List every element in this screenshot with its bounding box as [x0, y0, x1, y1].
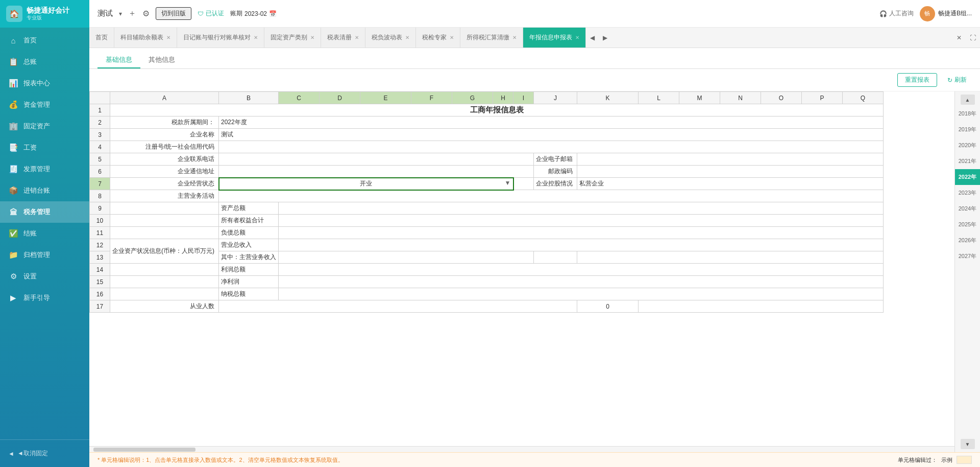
cell-2-value[interactable]: 2022年度 — [219, 116, 884, 129]
year-scroll-down[interactable]: ▼ — [961, 439, 975, 449]
cell-14-profit[interactable] — [279, 264, 884, 276]
spreadsheet[interactable]: A B C D E F G H I J — [89, 91, 954, 446]
year-2018[interactable]: 2018年 — [955, 106, 980, 122]
refresh-button[interactable]: ↻ 刷新 — [942, 74, 972, 86]
cell-17-count[interactable]: 0 — [577, 300, 639, 313]
tab-aux[interactable]: 科目辅助余额表 ✕ — [114, 28, 177, 48]
tab-taxform[interactable]: 税表清册 ✕ — [321, 28, 365, 48]
cell-11-debt[interactable] — [279, 227, 884, 239]
tab-incometax[interactable]: 所得税汇算清缴 ✕ — [460, 28, 523, 48]
sidebar-item-ledger[interactable]: 📋 总账 — [0, 51, 89, 73]
cell-13-main-revenue[interactable] — [279, 251, 534, 264]
col-header-A[interactable]: A — [110, 92, 219, 104]
col-header-I[interactable]: I — [513, 92, 534, 104]
sidebar-item-invoice[interactable]: 🧾 发票管理 — [0, 158, 89, 180]
year-2026[interactable]: 2026年 — [955, 232, 980, 248]
col-header-H[interactable]: H — [493, 92, 513, 104]
year-2021[interactable]: 2021年 — [955, 153, 980, 169]
switch-version-button[interactable]: 切到旧版 — [156, 7, 191, 20]
tab-taxcheck[interactable]: 税检专家 ✕ — [416, 28, 460, 48]
tab-close-fixedasset[interactable]: ✕ — [310, 35, 314, 40]
tab-journal[interactable]: 日记账与银行对账单核对 ✕ — [177, 28, 264, 48]
cell-12-revenue[interactable] — [279, 239, 884, 251]
table-row: 14 利润总额 — [90, 264, 884, 276]
topbar-dropdown-icon[interactable]: ▾ — [119, 10, 122, 17]
tab-close-taxwave[interactable]: ✕ — [405, 35, 409, 40]
col-header-C[interactable]: C — [279, 92, 320, 104]
sidebar-item-settle[interactable]: ✅ 结账 — [0, 223, 89, 244]
sidebar-item-archive[interactable]: 📁 归档管理 — [0, 244, 89, 266]
tab-close-taxform[interactable]: ✕ — [355, 35, 359, 40]
year-2024[interactable]: 2024年 — [955, 201, 980, 217]
col-header-N[interactable]: N — [720, 92, 761, 104]
tab-nav-next[interactable]: ▶ — [599, 28, 611, 48]
tab-annualreport[interactable]: 年报信息申报表 ✕ — [523, 28, 586, 48]
sidebar-item-settings[interactable]: ⚙ 设置 — [0, 266, 89, 287]
sidebar-item-home[interactable]: ⌂ 首页 — [0, 30, 89, 51]
col-header-M[interactable]: M — [679, 92, 720, 104]
col-header-L[interactable]: L — [639, 92, 679, 104]
sidebar-collapse-button[interactable]: ◄ ◄取消固定 — [0, 444, 89, 463]
cell-13-ext[interactable] — [577, 251, 884, 264]
tab-close-taxcheck[interactable]: ✕ — [450, 35, 454, 40]
sidebar-item-newbie[interactable]: ▶ 新手引导 — [0, 287, 89, 309]
cell-1-title[interactable]: 工商年报信息表 — [110, 104, 884, 116]
sidebar-item-fund[interactable]: 💰 资金管理 — [0, 94, 89, 115]
tab-close-all[interactable]: ✕ — [952, 28, 966, 48]
col-header-K[interactable]: K — [577, 92, 639, 104]
sidebar-item-payroll[interactable]: 📑 工资 — [0, 137, 89, 158]
tab-expand[interactable]: ⛶ — [966, 28, 980, 48]
tab-close-journal[interactable]: ✕ — [254, 35, 258, 40]
cell-8-value[interactable] — [219, 190, 884, 202]
tab-home[interactable]: 首页 — [89, 28, 114, 48]
year-2020[interactable]: 2020年 — [955, 137, 980, 153]
year-2027[interactable]: 2027年 — [955, 248, 980, 264]
calendar-icon[interactable]: 📅 — [269, 10, 277, 17]
tab-nav-prev[interactable]: ◀ — [586, 28, 599, 48]
cell-7-status[interactable]: 开业 ▼ — [219, 178, 513, 190]
col-header-G[interactable]: G — [452, 92, 493, 104]
tab-close-aux[interactable]: ✕ — [166, 35, 170, 40]
horizontal-scrollbar[interactable] — [89, 446, 954, 452]
col-header-Q[interactable]: Q — [843, 92, 884, 104]
cell-15-netprofit[interactable] — [279, 276, 884, 288]
cell-5-email[interactable] — [577, 153, 884, 166]
sidebar-item-purchase[interactable]: 📦 进销台账 — [0, 180, 89, 201]
col-header-F[interactable]: F — [411, 92, 452, 104]
user-menu[interactable]: 畅 畅捷通B组... — [920, 6, 972, 21]
sidebar-item-report[interactable]: 📊 报表中心 — [0, 73, 89, 94]
cell-10-equity[interactable] — [279, 215, 884, 227]
col-header-E[interactable]: E — [360, 92, 411, 104]
tab-taxwave[interactable]: 税负波动表 ✕ — [365, 28, 416, 48]
year-2019[interactable]: 2019年 — [955, 122, 980, 137]
reset-report-button[interactable]: 重置报表 — [897, 73, 937, 87]
col-header-P[interactable]: P — [802, 92, 843, 104]
cell-3-value[interactable]: 测试 — [219, 129, 884, 141]
cell-9-assets[interactable] — [279, 202, 884, 215]
cell-4-value[interactable] — [219, 141, 884, 153]
col-header-O[interactable]: O — [761, 92, 802, 104]
topbar-settings-button[interactable]: ⚙ — [142, 9, 150, 18]
year-scroll-up[interactable]: ▲ — [961, 95, 975, 105]
cell-6-addr[interactable] — [219, 166, 534, 178]
sidebar-item-fixed[interactable]: 🏢 固定资产 — [0, 115, 89, 137]
tab-close-annualreport[interactable]: ✕ — [575, 35, 579, 40]
topbar-add-button[interactable]: ＋ — [128, 8, 136, 19]
cell-16-tax[interactable] — [279, 288, 884, 300]
col-header-D[interactable]: D — [320, 92, 360, 104]
support-button[interactable]: 🎧 人工咨询 — [879, 9, 914, 18]
subtab-basic[interactable]: 基础信息 — [97, 52, 140, 68]
subtab-other[interactable]: 其他信息 — [140, 52, 183, 68]
col-header-J[interactable]: J — [534, 92, 577, 104]
col-header-B[interactable]: B — [219, 92, 279, 104]
cell-7-holding[interactable]: 私营企业 — [577, 178, 884, 190]
cell-5-tel[interactable] — [219, 153, 534, 166]
tab-fixedasset[interactable]: 固定资产类别 ✕ — [264, 28, 321, 48]
year-2023[interactable]: 2023年 — [955, 185, 980, 201]
sidebar-item-tax[interactable]: 🏛 税务管理 — [0, 201, 89, 223]
sample-cell — [957, 456, 972, 464]
tab-close-incometax[interactable]: ✕ — [512, 35, 517, 40]
year-2025[interactable]: 2025年 — [955, 217, 980, 232]
year-2022[interactable]: 2022年 — [955, 169, 980, 185]
cell-6-zip[interactable] — [577, 166, 884, 178]
